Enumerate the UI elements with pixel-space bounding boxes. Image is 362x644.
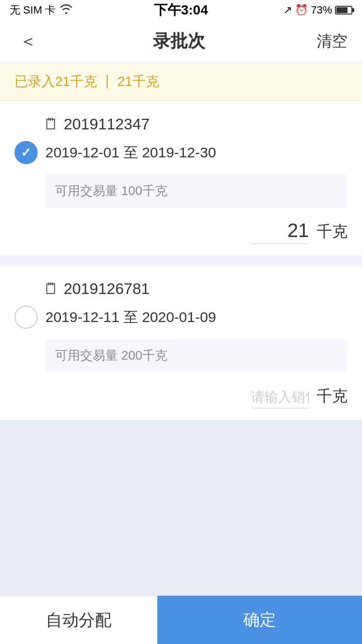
back-button[interactable]: ＜ <box>14 25 42 58</box>
batch-icon-1: 🗒 <box>43 115 59 133</box>
quantity-input-2[interactable] <box>251 384 309 406</box>
quantity-row-1: 千克 <box>0 208 362 256</box>
battery-icon <box>335 6 352 14</box>
bottom-buttons: 自动分配 确定 <box>0 596 362 644</box>
batch-card-2: 🗒 2019126781 2019-12-11 至 2020-01-09 可用交… <box>0 266 362 373</box>
batch-avail-row-2: 可用交易量 200千克 <box>45 338 348 373</box>
quantity-input-1[interactable] <box>251 220 309 241</box>
batch-id-row-2: 🗒 2019126781 <box>14 280 348 298</box>
radio-2[interactable] <box>14 306 38 329</box>
recorded-label: 已录入21千克 <box>14 72 97 91</box>
quantity-underline-2 <box>251 384 309 408</box>
card-separator <box>0 256 362 266</box>
batch-id-1: 2019112347 <box>64 115 150 133</box>
alarm-icon: ⏰ <box>295 4 308 16</box>
batch-card-1: 🗒 2019112347 2019-12-01 至 2019-12-30 可用交… <box>0 101 362 208</box>
batch-date-2: 2019-12-11 至 2020-01-09 <box>45 308 216 327</box>
quantity-wrapper-1: 千克 <box>14 220 348 244</box>
quantity-row-2: 千克 <box>0 373 362 420</box>
page-title: 录批次 <box>153 29 205 53</box>
batch-avail-row-1: 可用交易量 100千克 <box>45 174 348 208</box>
batch-date-row-2[interactable]: 2019-12-11 至 2020-01-09 <box>14 306 348 329</box>
radio-1[interactable] <box>14 141 38 164</box>
quantity-unit-1: 千克 <box>317 221 348 242</box>
nav-bar: ＜ 录批次 清空 <box>0 20 362 63</box>
info-banner: 已录入21千克 21千克 <box>0 63 362 101</box>
auto-distribute-button[interactable]: 自动分配 <box>0 596 157 644</box>
batch-date-1: 2019-12-01 至 2019-12-30 <box>45 143 216 163</box>
wifi-icon <box>59 3 73 17</box>
status-time: 下午3:04 <box>154 1 208 19</box>
info-amount: 21千克 <box>117 72 159 91</box>
batch-date-row-1[interactable]: 2019-12-01 至 2019-12-30 <box>14 141 348 164</box>
quantity-unit-2: 千克 <box>317 386 348 407</box>
quantity-wrapper-2: 千克 <box>14 384 348 408</box>
batch-icon-2: 🗒 <box>43 280 59 298</box>
batch-avail-text-1: 可用交易量 100千克 <box>55 183 167 198</box>
batch-avail-text-2: 可用交易量 200千克 <box>55 348 167 363</box>
info-divider <box>107 75 108 88</box>
batch-id-row-1: 🗒 2019112347 <box>14 115 348 133</box>
battery-percent: 73% <box>311 4 332 16</box>
status-right: ↗ ⏰ 73% <box>283 4 352 16</box>
confirm-button[interactable]: 确定 <box>157 596 362 644</box>
status-left: 无 SIM 卡 <box>10 3 73 17</box>
status-bar: 无 SIM 卡 下午3:04 ↗ ⏰ 73% <box>0 0 362 20</box>
clear-button[interactable]: 清空 <box>317 31 348 52</box>
quantity-underline-1 <box>251 220 309 244</box>
batch-id-2: 2019126781 <box>64 280 150 298</box>
sim-status: 无 SIM 卡 <box>10 3 56 17</box>
location-icon: ↗ <box>283 4 292 16</box>
